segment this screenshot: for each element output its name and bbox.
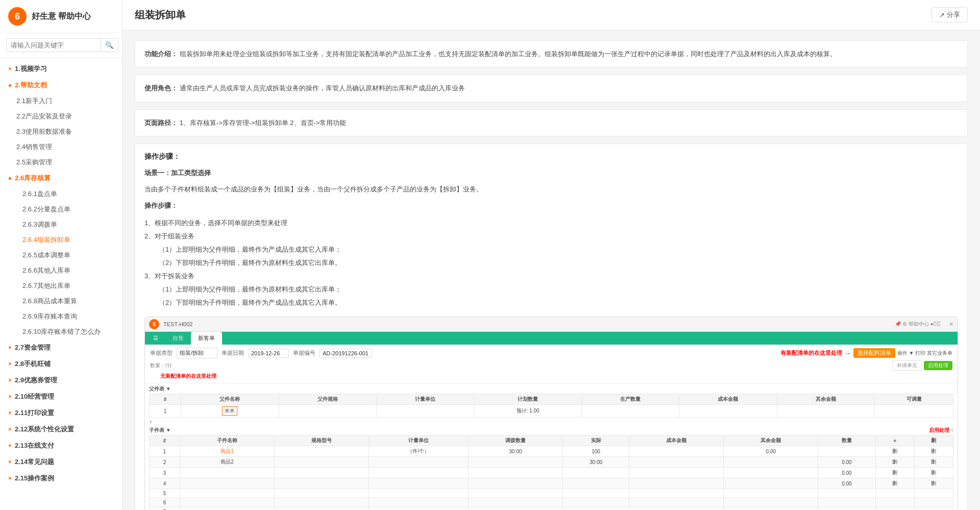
path-text: 1、库存核算->库存管理->组装拆卸单 2、首页->常用功能 bbox=[180, 119, 347, 127]
mock-num-label: 单据编号 bbox=[293, 349, 315, 357]
role-label: 使用角色： bbox=[144, 84, 178, 92]
sidebar-item-help-docs[interactable]: ● 2.帮助文档 bbox=[0, 77, 122, 93]
arrow-right: → bbox=[844, 349, 851, 357]
mock-num-field[interactable]: AD-20191226-001 bbox=[320, 349, 372, 358]
mock-form: 单据类型 组装/拆卸 单据日期 2019-12-26 单据编号 AD-20191… bbox=[145, 345, 958, 383]
mock-more-btns: 操作 ▼ 打印 其它业务单 bbox=[897, 350, 952, 357]
mock-date-label: 单据日期 bbox=[222, 349, 244, 357]
sidebar-item-finance[interactable]: + 2.7资金管理 bbox=[0, 339, 122, 356]
mock-date-field[interactable]: 2019-12-26 bbox=[248, 349, 289, 358]
mock-field-org[interactable]: 补填单元 bbox=[892, 360, 922, 371]
mock-tab-self[interactable]: 自售 bbox=[165, 332, 191, 345]
step-2: 2、对于组装业务 bbox=[144, 230, 958, 243]
app-name: 好生意 帮助中心 bbox=[32, 11, 91, 22]
search-button[interactable]: 🔍 bbox=[101, 38, 118, 52]
table-row: 3 0.00 删 删 bbox=[150, 468, 953, 478]
path-block: 页面路径： 1、库存核算->库存管理->组装拆卸单 2、首页->常用功能 bbox=[135, 109, 968, 136]
ops-section: 操作步骤： 场景一：加工类型选择 当由多个子件材料组装成一个成品的业务为【组装】… bbox=[135, 143, 968, 510]
func-intro-block: 功能介绍： 组装拆卸单用来处理企业组装或拆卸等加工业务，支持有固定装配清单的产品… bbox=[135, 40, 968, 67]
table-row: 1 商品1 （件/个） 30:00 100 0.00 删 bbox=[150, 446, 953, 457]
search-icon: 🔍 bbox=[105, 41, 114, 49]
table-row: 6 bbox=[150, 498, 953, 507]
sidebar-item-custom[interactable]: + 2.12系统个性化设置 bbox=[0, 421, 122, 438]
mock-tab-new[interactable]: 新客单 bbox=[191, 332, 222, 345]
mock-titlebar: 6 TEST-H002 📌 ⚙ 帮助中心 ●CC ✕ bbox=[145, 317, 958, 332]
ops-label: 操作步骤： bbox=[144, 152, 958, 161]
sidebar-item-ops[interactable]: + 2.10经营管理 bbox=[0, 388, 122, 405]
sidebar-item-data-prep[interactable]: 2.3使用前数据准备 bbox=[0, 124, 122, 139]
mock-count-label: 数量：/分 bbox=[150, 362, 172, 369]
sidebar-item-mobile[interactable]: + 2.8手机旺铺 bbox=[0, 356, 122, 372]
sidebar-item-payment[interactable]: + 2.13在线支付 bbox=[0, 438, 122, 454]
sidebar-item-coupon[interactable]: + 2.9优惠券管理 bbox=[0, 372, 122, 388]
mock-lower-table-area: 子件表 ▼ 启用处理 ↑ # 子件名称 规格型号 计量单位 bbox=[145, 427, 958, 510]
mock-table-lower-label: 子件表 ▼ bbox=[149, 427, 171, 434]
share-button[interactable]: ↗ 分享 bbox=[932, 7, 968, 22]
mock-btn-enable[interactable]: 启用处理 bbox=[924, 361, 952, 370]
sidebar-item-other-in[interactable]: 2.6.6其他入库单 bbox=[0, 263, 122, 278]
sidebar-item-assembly[interactable]: 2.6.4组装拆卸单 bbox=[0, 232, 122, 248]
sidebar-item-video[interactable]: + 1.视频学习 bbox=[0, 61, 122, 77]
mock-type-field[interactable]: 组装/拆卸 bbox=[177, 348, 217, 358]
search-area: 🔍 bbox=[0, 33, 122, 58]
sidebar: 6 好生意 帮助中心 🔍 + 1.视频学习 ● 2.帮助文档 2.1新手入门 2… bbox=[0, 0, 122, 510]
sidebar-item-inventory[interactable]: ● 2.6库存核算 bbox=[0, 170, 122, 186]
mock-btn-config[interactable]: 选择配料清单 bbox=[853, 348, 895, 358]
mock-nav-icons: 📌 ⚙ 帮助中心 ●CC bbox=[895, 321, 941, 328]
table-row: 1 米米 预计: 1.00 bbox=[150, 405, 953, 418]
mock-close[interactable]: ✕ bbox=[949, 321, 953, 328]
annotation1-text: 有装配清单的在这里处理 bbox=[780, 349, 842, 357]
sidebar-item-faq[interactable]: + 2.14常见问题 bbox=[0, 454, 122, 470]
content-area: 功能介绍： 组装拆卸单用来处理企业组装或拆卸等加工业务，支持有固定装配清单的产品… bbox=[122, 30, 980, 510]
annotation2-text: 无装配清单的在这里处理 bbox=[160, 373, 216, 380]
step-2-1: （1）上部明细为父件明细，最终作为产成品生成其它入库单； bbox=[159, 243, 958, 256]
mock-upper-table-area: 父件表 ▼ # 父件名称 父件规格 计量单位 计划数量 bbox=[145, 383, 958, 418]
mock-app: 6 TEST-H002 📌 ⚙ 帮助中心 ●CC ✕ ☰ 自售 bbox=[145, 317, 958, 510]
role-block: 使用角色： 通常由生产人员或库管人员完成拆装业务的操作，库管人员确认原材料的出库… bbox=[135, 75, 968, 102]
sidebar-item-partial-check[interactable]: 2.6.2分量盘点单 bbox=[0, 202, 122, 217]
annotation-enable: 启用处理 ↑ bbox=[929, 427, 953, 434]
ops-steps-label: 操作步骤： bbox=[144, 199, 958, 212]
sidebar-item-beginner[interactable]: 2.1新手入门 bbox=[0, 93, 122, 109]
step-3: 3、对于拆装业务 bbox=[144, 270, 958, 283]
step-3-2: （2）下部明细为子件明细，最终作为产成品生成其它入库单。 bbox=[159, 296, 958, 309]
scenario1-desc: 当由多个子件材料组装成一个成品的业务为【组装】业务，当由一个父件拆分成多个子产品… bbox=[144, 183, 958, 196]
sidebar-item-sales[interactable]: 2.4销售管理 bbox=[0, 139, 122, 155]
sidebar-item-other-out[interactable]: 2.6.7其他出库单 bbox=[0, 278, 122, 294]
sidebar-item-cost-calc[interactable]: 2.6.8商品成本重算 bbox=[0, 294, 122, 309]
func-intro-text: 组装拆卸单用来处理企业组装或拆卸等加工业务，支持有固定装配清单的产品加工业务，也… bbox=[180, 50, 837, 58]
mock-switch-row: ↑ bbox=[145, 418, 958, 427]
mock-upper-table: # 父件名称 父件规格 计量单位 计划数量 生产数量 成本金额 其余金额 可调量 bbox=[149, 394, 953, 418]
page-header: 组装拆卸单 ↗ 分享 bbox=[122, 0, 980, 30]
sidebar-item-stock-query[interactable]: 2.6.9库存账本查询 bbox=[0, 309, 122, 324]
mock-company: TEST-H002 bbox=[163, 321, 192, 327]
func-intro-label: 功能介绍： bbox=[144, 50, 178, 58]
sidebar-header: 6 好生意 帮助中心 bbox=[0, 0, 122, 33]
role-text: 通常由生产人员或库管人员完成拆装业务的操作，库管人员确认原材料的出库和产成品的入… bbox=[180, 84, 465, 92]
mock-tab-bar: ☰ 自售 新客单 bbox=[145, 332, 958, 345]
sidebar-item-adjust[interactable]: 2.6.3调拨单 bbox=[0, 217, 122, 232]
mock-lower-table: # 子件名称 规格型号 计量单位 调拨数量 实际 成本金额 其余金额 数量 bbox=[149, 435, 953, 510]
arrow-up-left: ↑ bbox=[149, 419, 152, 426]
sidebar-item-purchase[interactable]: 2.5采购管理 bbox=[0, 155, 122, 170]
mock-sidebar-icon: ☰ bbox=[153, 335, 158, 342]
screenshot: 6 TEST-H002 📌 ⚙ 帮助中心 ●CC ✕ ☰ 自售 bbox=[144, 317, 958, 510]
sidebar-item-install[interactable]: 2.2产品安装及登录 bbox=[0, 109, 122, 124]
mock-table-upper-label: 父件表 ▼ bbox=[149, 385, 171, 393]
sidebar-item-stock-error[interactable]: 2.6.10库存账本错了怎么办 bbox=[0, 324, 122, 339]
sidebar-item-print[interactable]: + 2.11打印设置 bbox=[0, 405, 122, 421]
table-row: 2 商品2 30:00 0.00 删 bbox=[150, 457, 953, 468]
nav-list: + 1.视频学习 ● 2.帮助文档 2.1新手入门 2.2产品安装及登录 2.3… bbox=[0, 58, 122, 510]
sidebar-item-cases[interactable]: + 2.15操作案例 bbox=[0, 470, 122, 487]
path-label: 页面路径： bbox=[144, 119, 178, 127]
app-logo: 6 bbox=[8, 7, 27, 26]
mock-logo: 6 bbox=[149, 319, 159, 329]
step-2-2: （2）下部明细为子件明细，最终作为原材料生成其它出库单。 bbox=[159, 256, 958, 270]
step-1: 1、根据不同的业务，选择不同单据的类型来处理 bbox=[144, 216, 958, 230]
sidebar-item-inventory-check[interactable]: 2.6.1盘点单 bbox=[0, 186, 122, 202]
step-3-1: （1）上部明细为父件明细，最终作为原材料生成其它出库单； bbox=[159, 283, 958, 296]
share-icon: ↗ bbox=[939, 11, 945, 19]
mock-type-label: 单据类型 bbox=[150, 349, 173, 357]
sidebar-item-cost-adjust[interactable]: 2.6.5成本调整单 bbox=[0, 248, 122, 263]
search-input[interactable] bbox=[6, 38, 101, 52]
